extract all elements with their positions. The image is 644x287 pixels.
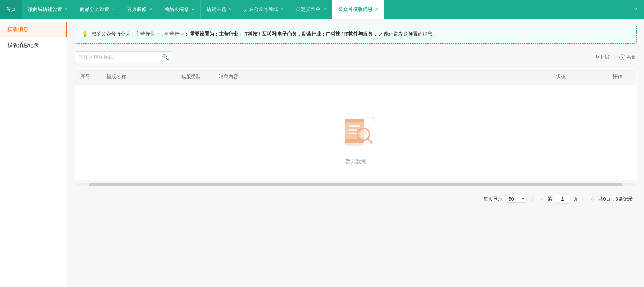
total-records-label: 共0页，0条记录 [598, 196, 633, 202]
page-size-dropdown-icon: ▾ [522, 197, 524, 201]
svg-rect-4 [348, 125, 360, 127]
notice-box: 💡 您的公众号行业为：主营行业：，副营行业： 需要设置为：主营行业：IT科技 /… [75, 25, 637, 44]
sidebar: 模版消息 模版消息记录 [0, 19, 67, 287]
search-icon[interactable]: 🔍 [162, 54, 169, 61]
close-open-mall-icon[interactable]: × [281, 7, 284, 12]
col-type: 模版类型 [176, 68, 213, 85]
close-product-page-decor-icon[interactable]: × [192, 7, 194, 12]
tab-template-msg-label: 公众号模版消息 [338, 6, 372, 13]
help-icon: ? [619, 54, 625, 60]
tab-product-category-label: 商品分类设置 [80, 6, 109, 13]
tab-custom-menu-label: 自定义菜单 [296, 6, 320, 13]
sync-icon: ↻ [595, 54, 600, 60]
tab-custom-menu[interactable]: 自定义菜单 × [290, 0, 332, 19]
notice-text-suffix: 才能正常发送预置的消息。 [379, 31, 437, 37]
notice-icon: 💡 [82, 31, 88, 37]
tab-product-page-decor[interactable]: 商品页装修 × [158, 0, 201, 19]
prev-page-button[interactable]: ‹ [539, 195, 544, 203]
col-name: 模版名称 [101, 68, 176, 85]
last-page-button[interactable]: ⟩⟩ [589, 195, 595, 203]
content-area: 💡 您的公众号行业为：主营行业：，副营行业： 需要设置为：主营行业：IT科技 /… [67, 19, 644, 287]
search-input[interactable] [75, 51, 172, 63]
svg-point-11 [375, 121, 376, 122]
tab-product-page-decor-label: 商品页装修 [164, 6, 189, 13]
main-container: 模版消息 模版消息记录 💡 您的公众号行业为：主营行业：，副营行业： 需要设置为… [0, 19, 644, 287]
empty-row: 暂无数据 [75, 85, 637, 180]
tab-store-theme[interactable]: 店铺主题 × [201, 0, 238, 19]
search-bar: 🔍 ↻ 同步 | ? 帮助 [75, 51, 637, 63]
notice-text-prefix: 您的公众号行业为：主营行业：，副营行业： [92, 31, 189, 37]
page-size-label: 每页显示 [483, 196, 503, 202]
tab-homepage-decor[interactable]: 首页装修 × [121, 0, 158, 19]
page-number-input[interactable] [555, 195, 570, 204]
close-wshop-settings-icon[interactable]: × [65, 7, 68, 12]
tab-template-msg[interactable]: 公众号模版消息 × [332, 0, 384, 19]
tab-open-mall[interactable]: 开通公众号商城 × [238, 0, 290, 19]
tab-store-theme-label: 店铺主题 [207, 6, 226, 13]
empty-text: 暂无数据 [75, 158, 636, 165]
col-status: 状态 [551, 68, 599, 85]
svg-rect-5 [348, 129, 357, 131]
close-homepage-decor-icon[interactable]: × [150, 7, 152, 12]
help-button[interactable]: ? 帮助 [619, 54, 637, 61]
sidebar-item-template-msg-log[interactable]: 模版消息记录 [0, 37, 67, 53]
sidebar-item-template-msg-log-label: 模版消息记录 [7, 42, 39, 48]
col-index: 序号 [75, 68, 101, 85]
next-page-button[interactable]: › [581, 195, 586, 203]
sync-button[interactable]: ↻ 同步 [595, 54, 611, 61]
col-content: 消息内容 [213, 68, 551, 85]
empty-state: 暂无数据 [75, 85, 636, 180]
svg-point-10 [372, 117, 374, 119]
close-template-msg-icon[interactable]: × [375, 7, 378, 12]
top-nav: 首页 微商城店铺设置 × 商品分类设置 × 首页装修 × 商品页装修 × 店铺主… [0, 0, 644, 19]
svg-line-9 [367, 138, 372, 143]
close-store-theme-icon[interactable]: × [229, 7, 232, 12]
tab-home[interactable]: 首页 [0, 0, 22, 19]
data-table: 序号 模版名称 模版类型 消息内容 状态 操作 [75, 68, 637, 180]
close-custom-menu-icon[interactable]: × [323, 7, 326, 12]
sidebar-item-template-msg[interactable]: 模版消息 [0, 22, 67, 37]
page-label-post: 页 [573, 196, 578, 202]
tab-home-label: 首页 [6, 6, 16, 13]
horizontal-scrollbar[interactable] [75, 183, 637, 186]
notice-highlight: 需要设置为：主营行业：IT科技 / 互联网|电子商务，副营行业：IT科技 / I… [190, 31, 378, 37]
tab-homepage-decor-label: 首页装修 [127, 6, 147, 13]
first-page-button[interactable]: ⟨⟨ [530, 195, 536, 203]
page-size-value: 50 [508, 196, 514, 202]
toolbar-divider: | [614, 54, 616, 60]
tab-wshop-settings-label: 微商城店铺设置 [28, 6, 62, 13]
scrollbar-thumb [89, 183, 623, 186]
close-product-category-icon[interactable]: × [112, 7, 115, 12]
svg-rect-2 [345, 119, 364, 122]
page-label-pre: 第 [547, 196, 552, 202]
tab-open-mall-label: 开通公众号商城 [244, 6, 278, 13]
tab-product-category[interactable]: 商品分类设置 × [74, 0, 121, 19]
pagination-bar: 每页显示 50 ▾ ⟨⟨ ‹ 第 页 › ⟩⟩ 共0页，0条记录 [75, 189, 637, 204]
close-all-button[interactable]: × [627, 6, 644, 13]
svg-point-12 [369, 114, 371, 116]
toolbar-right: ↻ 同步 | ? 帮助 [595, 54, 637, 61]
table-header-row: 序号 模版名称 模版类型 消息内容 状态 操作 [75, 68, 637, 85]
sync-label: 同步 [601, 54, 611, 61]
page-size-select[interactable]: 50 ▾ [506, 195, 527, 203]
help-label: 帮助 [627, 54, 637, 61]
col-action: 操作 [599, 68, 637, 85]
tab-wshop-settings[interactable]: 微商城店铺设置 × [22, 0, 74, 19]
svg-point-8 [360, 131, 367, 138]
search-input-wrap: 🔍 [75, 51, 172, 63]
empty-illustration [333, 107, 378, 152]
sidebar-item-template-msg-label: 模版消息 [7, 26, 28, 32]
